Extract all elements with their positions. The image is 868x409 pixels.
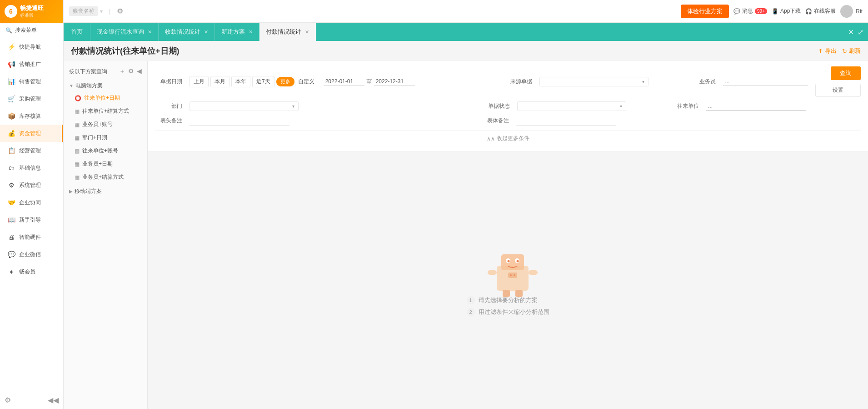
scheme-item-partner-date[interactable]: ⭕ 往来单位+日期 (64, 91, 147, 105)
last-month-btn[interactable]: 上月 (190, 76, 209, 87)
scheme-item-partner-settle[interactable]: ▦ 往来单位+结算方式 (64, 105, 147, 118)
tip-1-num: 1 (467, 296, 475, 304)
app-download-btn[interactable]: 📱 App下载 (772, 7, 801, 15)
export-btn[interactable]: ⬆ 导出 (818, 47, 837, 55)
sidebar-item-inventory[interactable]: 📦 库存核算 (0, 107, 63, 125)
scheme-header-icons: ＋ ⚙ ◀ (119, 67, 142, 76)
scheme-item-icon: ▦ (75, 135, 80, 141)
date-from-input[interactable] (324, 77, 364, 86)
online-service-btn[interactable]: 🎧 在线客服 (805, 7, 836, 15)
content-area: 按以下方案查询 ＋ ⚙ ◀ ▼ 电脑端方案 ⭕ 往来单位+日期 ▦ (64, 61, 868, 409)
inventory-icon: 📦 (7, 112, 15, 120)
maximize-icon[interactable]: ⤢ (858, 28, 863, 36)
trial-btn[interactable]: 体验行业方案 (681, 5, 729, 18)
system-icon: ⚙ (7, 181, 15, 189)
scheme-settings-icon[interactable]: ⚙ (128, 67, 134, 76)
collapse-scheme-icon[interactable]: ◀ (137, 67, 142, 76)
this-month-btn[interactable]: 本月 (210, 76, 229, 87)
sidebar-item-basic[interactable]: 🗂 基础信息 (0, 159, 63, 177)
desktop-section-label: 电脑端方案 (75, 82, 103, 90)
tab-receipt-stat-close[interactable]: ✕ (204, 29, 208, 35)
scheme-item-staff-date[interactable]: ▦ 业务员+日期 (64, 157, 147, 171)
search-menu[interactable]: 🔍 搜索菜单 (0, 23, 63, 38)
dept-select-arrow: ▾ (292, 104, 294, 109)
sidebar-nav: ⚡ 快捷导航 📢 营销推广 📊 销售管理 🛒 采购管理 📦 库存核算 💰 资金管… (0, 38, 63, 391)
sidebar-item-sales[interactable]: 📊 销售管理 (0, 73, 63, 90)
sidebar-item-label: 畅会员 (19, 268, 35, 276)
sidebar-item-finance[interactable]: 💰 资金管理 (0, 125, 63, 142)
scheme-item-icon: ▦ (75, 108, 80, 115)
messages-btn[interactable]: 💬 消息 99+ (733, 7, 767, 15)
tab-new-scheme[interactable]: 新建方案 ✕ (215, 23, 259, 41)
purchase-icon: 🛒 (7, 95, 15, 103)
sidebar-item-label: 快捷导航 (19, 43, 41, 51)
sidebar-item-label: 营销推广 (19, 61, 41, 68)
scheme-item-icon: ▤ (75, 148, 80, 154)
tab-payment-stat[interactable]: 付款情况统计 ✕ (259, 23, 316, 41)
scheme-item-label: 往来单位+账号 (82, 147, 118, 155)
sidebar-item-hardware[interactable]: 🖨 智能硬件 (0, 228, 63, 246)
sidebar-item-quick-nav[interactable]: ⚡ 快捷导航 (0, 38, 63, 56)
tab-new-scheme-close[interactable]: ✕ (249, 29, 253, 35)
collapse-sidebar-icon[interactable]: ◀◀ (48, 396, 59, 404)
scheme-item-partner-account[interactable]: ▤ 往来单位+账号 (64, 144, 147, 157)
header-note-input[interactable] (190, 116, 289, 126)
app-logo: 6 (5, 5, 17, 18)
scheme-item-staff-settle[interactable]: ▦ 业务员+结算方式 (64, 171, 147, 184)
scheme-item-label: 业务员+日期 (82, 160, 113, 168)
filter-row-3: 表头备注 表体备注 (155, 116, 861, 126)
sidebar-item-label: 库存核算 (19, 112, 41, 120)
sidebar-item-purchase[interactable]: 🛒 采购管理 (0, 90, 63, 107)
dept-label: 部门 (155, 102, 182, 110)
tab-receipt-stat[interactable]: 收款情况统计 ✕ (159, 23, 215, 41)
svg-point-4 (507, 260, 509, 262)
tab-home[interactable]: 首页 (64, 23, 90, 41)
tab-payment-stat-close[interactable]: ✕ (305, 29, 309, 35)
sidebar-item-operation[interactable]: 📋 经营管理 (0, 142, 63, 159)
settings-icon[interactable]: ⚙ (5, 396, 11, 404)
app-download-label: App下载 (780, 7, 801, 15)
svg-point-11 (510, 274, 512, 276)
more-dates-btn[interactable]: 更多 (276, 77, 294, 86)
scheme-item-icon: ▦ (75, 174, 80, 181)
avatar (840, 5, 853, 18)
mobile-section-label: 移动端方案 (75, 187, 102, 195)
settings-gear-icon[interactable]: ⚙ (117, 7, 123, 15)
doc-status-select[interactable]: ▾ (517, 101, 626, 111)
scheme-item-label: 业务员+账号 (82, 121, 113, 128)
source-label: 来源单据 (510, 78, 532, 86)
last-7days-btn[interactable]: 近7天 (252, 76, 274, 87)
app-edition: 标准版 (20, 12, 44, 19)
mobile-section-title[interactable]: ▶ 移动端方案 (64, 186, 147, 197)
tab-bank-flow[interactable]: 现金银行流水查询 ✕ (90, 23, 159, 41)
date-options: 上月 本月 本年 近7天 更多 自定义 (190, 76, 314, 87)
staff-input[interactable] (723, 77, 808, 86)
scheme-item-staff-account[interactable]: ▦ 业务员+账号 (64, 118, 147, 131)
sidebar-item-marketing[interactable]: 📢 营销推广 (0, 56, 63, 73)
scheme-item-dept-date[interactable]: ▦ 部门+日期 (64, 131, 147, 144)
online-service-label: 在线客服 (814, 7, 836, 15)
settings-btn[interactable]: 设置 (815, 84, 861, 97)
sidebar-item-system[interactable]: ⚙ 系统管理 (0, 177, 63, 194)
this-year-btn[interactable]: 本年 (231, 76, 250, 87)
source-select[interactable]: ▾ (539, 77, 649, 86)
dept-select[interactable]: ▾ (190, 101, 299, 111)
tab-bank-flow-close[interactable]: ✕ (148, 29, 152, 35)
tab-payment-stat-label: 付款情况统计 (266, 28, 301, 36)
body-note-input[interactable] (516, 116, 616, 126)
desktop-section-title[interactable]: ▼ 电脑端方案 (64, 80, 147, 91)
add-scheme-icon[interactable]: ＋ (119, 67, 125, 76)
date-to-input[interactable] (374, 77, 415, 86)
sidebar-item-enterprise[interactable]: 🤝 企业协同 (0, 194, 63, 211)
refresh-btn[interactable]: ↻ 刷新 (842, 47, 861, 55)
close-all-tabs-icon[interactable]: ✕ (848, 28, 854, 36)
sidebar-item-guide[interactable]: 📖 新手引导 (0, 211, 63, 228)
sidebar-item-wechat[interactable]: 💬 企业微信 (0, 246, 63, 263)
svg-point-5 (516, 260, 519, 262)
query-btn[interactable]: 查询 (831, 66, 861, 80)
mobile-scheme-section: ▶ 移动端方案 (64, 186, 147, 197)
partner-input[interactable] (706, 102, 806, 111)
empty-robot-svg (485, 245, 540, 300)
collapse-btn[interactable]: ∧∧ 收起更多条件 (487, 135, 529, 142)
sidebar-item-vip[interactable]: ♦ 畅会员 (0, 263, 63, 280)
